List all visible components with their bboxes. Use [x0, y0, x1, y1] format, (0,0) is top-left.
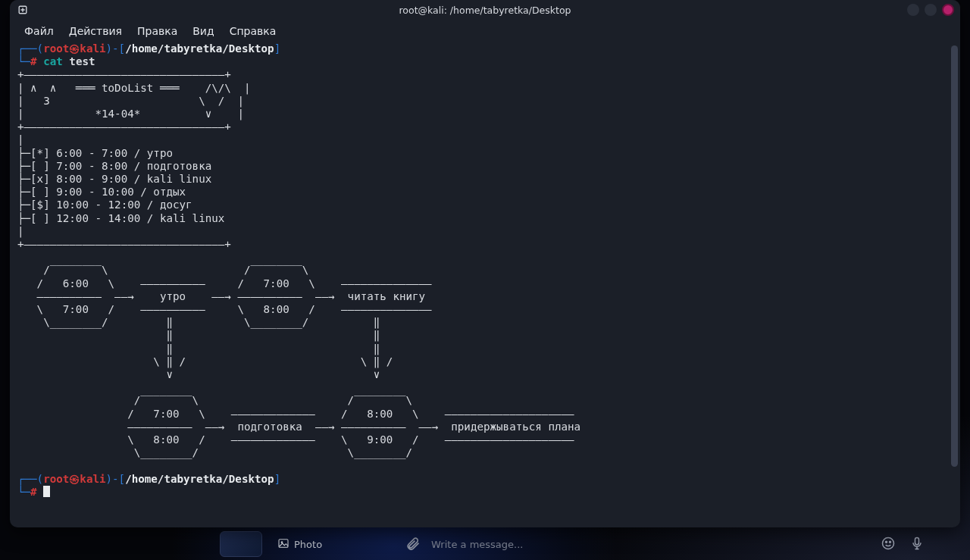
prompt-at: ㉿ — [69, 42, 80, 55]
prompt-line2: └─ — [17, 55, 30, 67]
cmd-cat: cat — [43, 55, 63, 67]
close-button[interactable] — [942, 4, 954, 16]
mic-icon[interactable] — [909, 536, 925, 553]
terminal-body[interactable]: ┌──(root㉿kali)-[/home/tabyretka/Desktop]… — [10, 42, 960, 527]
prompt-open: ┌──( — [17, 42, 43, 55]
chat-bar: Photo Write a message... — [220, 530, 955, 558]
svg-rect-5 — [915, 537, 919, 544]
titlebar: root@kali: /home/tabyretka/Desktop — [10, 0, 960, 20]
cmd-arg: test — [69, 55, 95, 67]
svg-point-3 — [886, 541, 887, 543]
prompt-host: kali — [80, 42, 105, 55]
svg-point-2 — [883, 537, 894, 549]
menu-edit[interactable]: Правка — [130, 22, 184, 40]
window-title: root@kali: /home/tabyretka/Desktop — [10, 5, 960, 16]
prompt-hash: # — [30, 55, 37, 67]
attach-icon[interactable] — [405, 536, 421, 553]
prompt-close-user: )- — [106, 42, 119, 55]
cursor — [43, 486, 50, 497]
menu-file[interactable]: Файл — [17, 22, 61, 40]
prompt-user: root — [43, 42, 69, 55]
menu-view[interactable]: Вид — [186, 22, 221, 40]
svg-point-4 — [890, 541, 891, 543]
window-controls — [907, 4, 954, 16]
svg-rect-0 — [279, 539, 288, 547]
scrollbar[interactable] — [951, 45, 958, 524]
menu-help[interactable]: Справка — [223, 22, 283, 40]
menubar: Файл Действия Правка Вид Справка — [10, 20, 960, 42]
chat-thumbnail[interactable] — [220, 531, 262, 557]
photo-text: Photo — [294, 539, 322, 550]
menu-actions[interactable]: Действия — [62, 22, 129, 40]
terminal-output: ┌──(root㉿kali)-[/home/tabyretka/Desktop]… — [17, 42, 953, 499]
minimize-button[interactable] — [907, 4, 919, 16]
emoji-icon[interactable] — [881, 536, 896, 553]
maximize-button[interactable] — [925, 4, 937, 16]
chat-input[interactable]: Write a message... — [431, 539, 523, 550]
prompt-path: /home/tabyretka/Desktop — [125, 42, 274, 55]
prompt-path-close: ] — [274, 42, 281, 55]
terminal-window: root@kali: /home/tabyretka/Desktop Файл … — [10, 0, 960, 527]
chat-photo-label[interactable]: Photo — [277, 537, 322, 552]
prompt-path-open: [ — [119, 42, 126, 55]
image-icon — [277, 537, 289, 552]
new-tab-button[interactable] — [16, 3, 30, 17]
file-output: +———————————————————————————————+ | ∧ ∧ … — [17, 68, 580, 458]
scrollbar-thumb[interactable] — [951, 45, 958, 467]
